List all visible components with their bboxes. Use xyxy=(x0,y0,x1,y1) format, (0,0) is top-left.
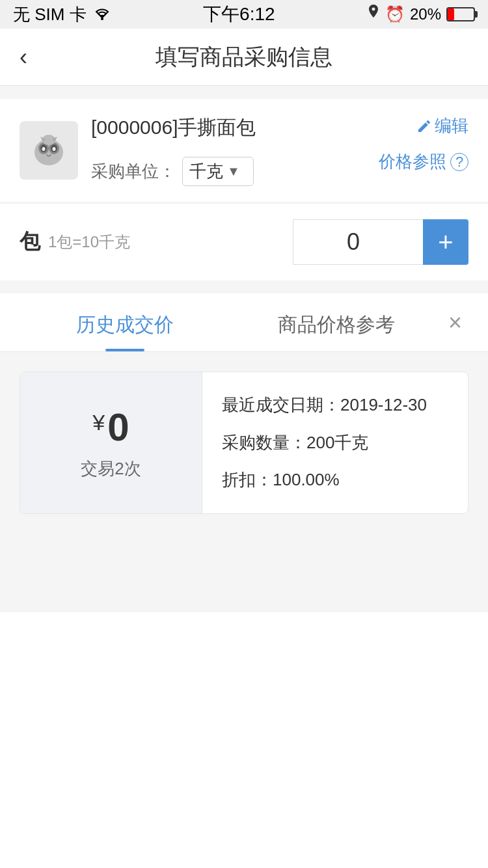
svg-point-7 xyxy=(53,147,56,151)
content-area: ¥ 0 交易2次 最近成交日期：2019-12-30 采购数量：200千克 折扣… xyxy=(0,352,488,612)
quantity-left: 包 1包=10千克 xyxy=(20,228,130,256)
tab-price-ref-label: 商品价格参考 xyxy=(278,314,395,335)
product-left: [0000006]手撕面包 采购单位： 千克 ▼ xyxy=(20,115,256,186)
alarm-icon: ⏰ xyxy=(385,5,405,23)
tab-history-label: 历史成交价 xyxy=(76,314,174,335)
carrier-label: 无 SIM 卡 xyxy=(13,3,87,26)
help-icon: ? xyxy=(450,153,468,171)
unit-label: 采购单位： xyxy=(91,160,176,183)
battery-icon xyxy=(446,7,475,21)
tab-close-button[interactable]: × xyxy=(442,303,468,343)
purchase-qty-value: 200千克 xyxy=(306,433,368,452)
unit-value: 千克 xyxy=(189,160,223,183)
discount-label: 折扣： xyxy=(222,470,273,489)
tabs-row: 历史成交价 商品价格参考 × xyxy=(0,293,488,351)
quantity-unit-label: 包 xyxy=(20,228,40,256)
recent-date-label: 最近成交日期： xyxy=(222,395,340,414)
tab-product-price-ref[interactable]: 商品价格参考 xyxy=(230,293,441,351)
discount-value: 100.00% xyxy=(273,470,340,489)
status-bar: 无 SIM 卡 下午6:12 ⏰ 20% xyxy=(0,0,488,29)
edit-button[interactable]: 编辑 xyxy=(416,115,468,137)
chevron-down-icon: ▼ xyxy=(227,164,240,179)
quantity-input[interactable] xyxy=(293,219,423,265)
discount-row: 折扣：100.00% xyxy=(222,467,448,494)
price-ref-label: 价格参照 xyxy=(379,150,446,173)
recent-date-value: 2019-12-30 xyxy=(340,395,427,414)
location-icon xyxy=(367,5,380,24)
quantity-hint: 1包=10千克 xyxy=(48,232,130,252)
nav-bar: ‹ 填写商品采购信息 xyxy=(0,29,488,86)
svg-point-0 xyxy=(101,18,103,20)
status-left: 无 SIM 卡 xyxy=(13,3,111,26)
product-name: [0000006]手撕面包 xyxy=(91,115,256,141)
purchase-qty-label: 采购数量： xyxy=(222,433,306,452)
product-header: [0000006]手撕面包 采购单位： 千克 ▼ 编辑 价格参照 ? xyxy=(20,115,468,186)
price-ref-button[interactable]: 价格参照 ? xyxy=(379,150,468,173)
transaction-card: ¥ 0 交易2次 最近成交日期：2019-12-30 采购数量：200千克 折扣… xyxy=(20,372,468,514)
quantity-plus-button[interactable]: + xyxy=(423,219,468,265)
edit-label: 编辑 xyxy=(435,115,468,137)
product-card: [0000006]手撕面包 采购单位： 千克 ▼ 编辑 价格参照 ? xyxy=(0,99,488,202)
unit-select[interactable]: 千克 ▼ xyxy=(182,157,254,186)
svg-point-6 xyxy=(42,147,46,151)
plus-icon: + xyxy=(438,228,453,257)
quantity-row: 包 1包=10千克 + xyxy=(0,203,488,280)
transaction-count: 交易2次 xyxy=(81,457,141,480)
transaction-left: ¥ 0 交易2次 xyxy=(20,372,202,513)
product-info: [0000006]手撕面包 采购单位： 千克 ▼ xyxy=(91,115,256,186)
status-right: ⏰ 20% xyxy=(367,5,475,24)
price-yen-symbol: ¥ xyxy=(92,410,105,435)
product-unit-row: 采购单位： 千克 ▼ xyxy=(91,157,256,186)
bottom-area xyxy=(0,612,488,868)
price-amount: 0 xyxy=(107,405,129,450)
tabs-container: 历史成交价 商品价格参考 × xyxy=(0,293,488,352)
back-button[interactable]: ‹ xyxy=(20,44,27,71)
page-title: 填写商品采购信息 xyxy=(156,42,332,72)
product-image xyxy=(20,121,78,180)
transaction-right: 最近成交日期：2019-12-30 采购数量：200千克 折扣：100.00% xyxy=(202,372,468,513)
recent-date-row: 最近成交日期：2019-12-30 xyxy=(222,392,448,419)
price-display: ¥ 0 xyxy=(92,405,129,450)
battery-percent: 20% xyxy=(410,5,441,23)
tab-history-price[interactable]: 历史成交价 xyxy=(20,293,230,351)
purchase-qty-row: 采购数量：200千克 xyxy=(222,429,448,457)
status-time: 下午6:12 xyxy=(203,2,275,27)
wifi-icon xyxy=(93,5,111,25)
quantity-input-row: + xyxy=(293,219,468,265)
